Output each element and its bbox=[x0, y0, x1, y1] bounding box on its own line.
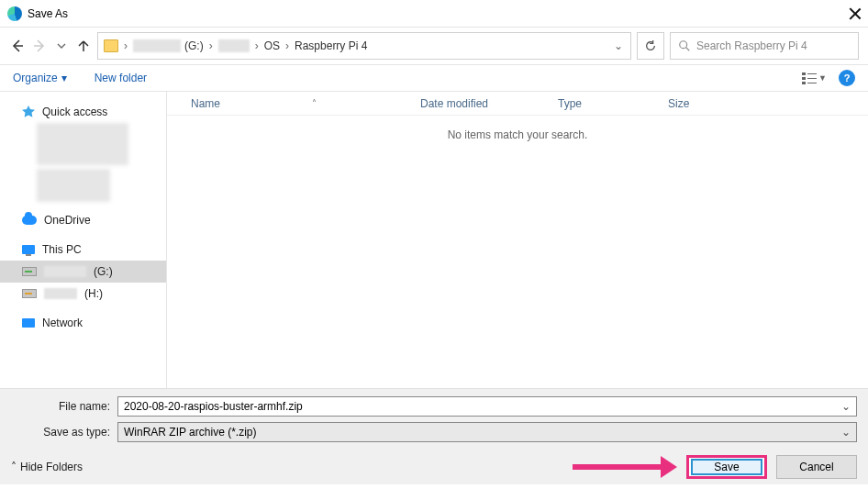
path-redacted bbox=[133, 39, 181, 52]
address-bar[interactable]: › (G:) › › OS › Raspberry Pi 4 ⌄ bbox=[97, 32, 631, 60]
drive-icon bbox=[22, 267, 37, 276]
svg-rect-6 bbox=[807, 78, 817, 79]
network-icon bbox=[22, 318, 35, 328]
path-drive[interactable]: (G:) bbox=[184, 39, 204, 52]
filename-input[interactable]: 2020-08-20-raspios-buster-armhf.zip ⌄ bbox=[117, 396, 857, 417]
chevron-up-icon: ˄ bbox=[11, 461, 17, 473]
save-button[interactable]: Save bbox=[686, 455, 767, 479]
chevron-right-icon[interactable]: › bbox=[122, 39, 129, 52]
chevron-right-icon[interactable]: › bbox=[207, 39, 215, 52]
drive-icon bbox=[22, 289, 37, 298]
sidebar-redacted bbox=[44, 288, 77, 299]
view-options-button[interactable]: ▼ bbox=[802, 70, 829, 86]
sidebar-redacted bbox=[37, 123, 128, 165]
chevron-down-icon[interactable]: ⌄ bbox=[841, 400, 851, 413]
chevron-down-icon[interactable]: ⌄ bbox=[612, 39, 625, 52]
svg-line-1 bbox=[686, 48, 690, 51]
sidebar-redacted bbox=[44, 266, 86, 277]
filename-label: File name: bbox=[11, 400, 117, 413]
chevron-right-icon[interactable]: › bbox=[284, 39, 291, 52]
back-button[interactable] bbox=[9, 38, 26, 54]
svg-rect-7 bbox=[807, 83, 817, 83]
cloud-icon bbox=[22, 216, 37, 225]
chevron-right-icon[interactable]: › bbox=[253, 39, 261, 52]
chevron-down-icon: ▾ bbox=[61, 72, 67, 84]
savetype-select[interactable]: WinRAR ZIP archive (*.zip) ⌄ bbox=[117, 422, 857, 442]
cancel-button[interactable]: Cancel bbox=[776, 455, 857, 479]
column-headers: Name ˄ Date modified Type Size bbox=[167, 92, 868, 116]
toolbar: Organize ▾ New folder ▼ ? bbox=[0, 64, 868, 92]
chevron-down-icon: ⌄ bbox=[841, 426, 851, 439]
svg-rect-3 bbox=[802, 77, 806, 80]
path-seg-os[interactable]: OS bbox=[264, 39, 280, 52]
window-title: Save As bbox=[28, 7, 68, 20]
search-input[interactable]: Search Raspberry Pi 4 bbox=[670, 32, 859, 60]
column-type[interactable]: Type bbox=[552, 97, 662, 110]
empty-list-message: No items match your search. bbox=[167, 116, 868, 154]
star-icon bbox=[22, 106, 35, 118]
column-date[interactable]: Date modified bbox=[415, 97, 552, 110]
sidebar-item-quick-access[interactable]: Quick access bbox=[0, 101, 166, 123]
svg-rect-5 bbox=[807, 73, 817, 74]
svg-rect-2 bbox=[802, 72, 806, 75]
chevron-down-icon: ▼ bbox=[818, 73, 827, 83]
search-placeholder: Search Raspberry Pi 4 bbox=[696, 39, 807, 52]
svg-rect-4 bbox=[802, 82, 806, 84]
sidebar-item-onedrive[interactable]: OneDrive bbox=[0, 209, 166, 231]
recent-dropdown-button[interactable] bbox=[53, 38, 70, 54]
dialog-footer: File name: 2020-08-20-raspios-buster-arm… bbox=[0, 388, 868, 484]
help-button[interactable]: ? bbox=[839, 70, 855, 86]
column-name[interactable]: Name ˄ bbox=[185, 97, 415, 110]
file-list-area: Name ˄ Date modified Type Size No items … bbox=[167, 92, 868, 388]
close-icon[interactable] bbox=[850, 8, 861, 19]
search-icon bbox=[678, 39, 691, 52]
nav-row: › (G:) › › OS › Raspberry Pi 4 ⌄ Search … bbox=[0, 28, 868, 64]
folder-icon bbox=[104, 39, 118, 52]
organize-button[interactable]: Organize ▾ bbox=[13, 72, 67, 84]
svg-point-0 bbox=[680, 41, 687, 49]
title-bar: Save As bbox=[0, 0, 868, 28]
up-button[interactable] bbox=[75, 38, 92, 54]
sidebar-redacted bbox=[37, 169, 110, 202]
refresh-button[interactable] bbox=[637, 32, 664, 60]
sidebar: Quick access OneDrive This PC (G:) bbox=[0, 92, 167, 388]
column-size[interactable]: Size bbox=[662, 97, 736, 110]
sidebar-item-network[interactable]: Network bbox=[0, 312, 166, 334]
path-redacted bbox=[218, 39, 250, 52]
edge-app-icon bbox=[7, 6, 22, 21]
sidebar-item-this-pc[interactable]: This PC bbox=[0, 239, 166, 261]
sort-caret-icon: ˄ bbox=[312, 98, 317, 108]
monitor-icon bbox=[22, 245, 35, 254]
path-seg-raspberrypi4[interactable]: Raspberry Pi 4 bbox=[295, 39, 367, 52]
sidebar-item-drive-h[interactable]: (H:) bbox=[0, 283, 166, 305]
forward-button bbox=[31, 38, 48, 54]
savetype-label: Save as type: bbox=[11, 426, 117, 439]
sidebar-item-drive-g[interactable]: (G:) bbox=[0, 261, 166, 283]
annotation-arrow bbox=[573, 464, 664, 470]
new-folder-button[interactable]: New folder bbox=[95, 72, 147, 84]
hide-folders-button[interactable]: ˄ Hide Folders bbox=[11, 461, 83, 473]
